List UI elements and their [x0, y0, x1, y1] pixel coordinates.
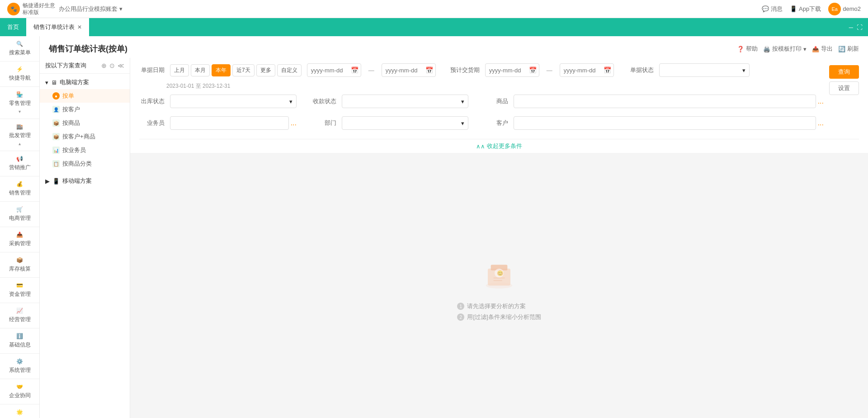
sidebar-item-finance[interactable]: 💳 资金管理: [0, 278, 39, 303]
corp-icon: 🤝: [16, 384, 23, 390]
refresh-btn[interactable]: 🔄 刷新: [838, 45, 859, 53]
desktop-scheme-group: ▾ 🖥 电脑端方案 ● 按单 👤 按客户 📦 按商品: [40, 74, 130, 172]
sidebar-item-sales[interactable]: 💰 销售管理: [0, 176, 39, 202]
product-more-btn[interactable]: ...: [818, 97, 824, 105]
department-label: 部门: [311, 119, 336, 127]
sidebar-item-system[interactable]: ⚙️ 系统管理: [0, 354, 39, 379]
customer-more-btn[interactable]: ...: [818, 119, 824, 127]
export-icon: 📤: [812, 46, 819, 52]
marketing-icon: 📢: [16, 156, 23, 162]
customer-label: 客户: [483, 119, 508, 127]
desktop-group-header[interactable]: ▾ 🖥 电脑端方案: [40, 76, 130, 89]
print-btn[interactable]: 🖨️ 按模板打印 ▾: [763, 45, 807, 53]
minimize-icon[interactable]: ─: [849, 24, 853, 31]
mobile-scheme-group: ▶ 📱 移动端方案: [40, 172, 130, 190]
sidebar-item-basic[interactable]: ℹ️ 基础信息: [0, 328, 39, 354]
scheme-customer-icon: 👤: [52, 106, 60, 113]
left-panel-header: 按以下方案查询 ⊕ ⊙ ≪: [40, 58, 130, 74]
btn-last-7[interactable]: 近7天: [232, 64, 255, 76]
settings-button[interactable]: 设置: [829, 81, 859, 95]
customer-input-wrap: ...: [514, 116, 824, 130]
department-select[interactable]: ▾: [342, 116, 468, 130]
sidebar-item-purchase[interactable]: 📥 采购管理: [0, 227, 39, 252]
logo-icon: 🐾: [7, 3, 20, 15]
collapse-panel-icon[interactable]: ≪: [118, 62, 124, 69]
tab-home[interactable]: 首页: [0, 18, 26, 36]
top-header: 🐾 畅捷通好生意 标准版 办公用品行业模拟账套 ▾ 💬 消息 📱 App下载 E…: [0, 0, 868, 18]
btn-this-month[interactable]: 本月: [191, 64, 210, 76]
message-btn[interactable]: 💬 消息: [762, 5, 783, 13]
sidebar-item-newbie[interactable]: 🌟 新手引导: [0, 404, 39, 418]
salesperson-more-btn[interactable]: ...: [291, 119, 297, 127]
user-area[interactable]: Ea demo2: [828, 3, 861, 15]
expected-end-input[interactable]: [560, 63, 614, 77]
retail-icon: 🏪: [16, 91, 23, 98]
date-end-input[interactable]: [382, 63, 436, 77]
sidebar-item-ecommerce[interactable]: 🛒 电商管理: [0, 202, 39, 227]
filter-row-1: 单据日期 上月 本月 本年 近7天 更多 自定义: [139, 63, 824, 77]
svg-text:😊: 😊: [497, 270, 504, 276]
split-layout: 按以下方案查询 ⊕ ⊙ ≪ ▾ 🖥 电脑端方案 ● 按单: [40, 58, 868, 418]
scheme-by-salesperson[interactable]: 📊 按业务员: [40, 143, 130, 157]
doc-status-label: 单据状态: [628, 66, 654, 74]
app-download-btn[interactable]: 📱 App下载: [790, 5, 821, 13]
sidebar-item-operations[interactable]: 📈 经营管理: [0, 303, 39, 328]
product-input[interactable]: [514, 95, 816, 108]
expected-start-input[interactable]: [485, 63, 539, 77]
product-input-wrap: ...: [514, 95, 824, 108]
query-button[interactable]: 查询: [829, 65, 859, 79]
avatar: Ea: [828, 3, 841, 15]
tab-close-icon[interactable]: ✕: [77, 24, 82, 30]
sidebar: 🔍 搜索菜单 ⚡ 快捷导航 🏪 零售管理 ▾ 🏬 批发管理 ▴ 📢 营销推广 💰…: [0, 36, 40, 418]
main-layout: 🔍 搜索菜单 ⚡ 快捷导航 🏪 零售管理 ▾ 🏬 批发管理 ▴ 📢 营销推广 💰…: [0, 36, 868, 418]
tab-bar-right: ─ ⛶: [849, 24, 868, 31]
scheme-by-category[interactable]: 📋 按商品分类: [40, 157, 130, 171]
mobile-group-header[interactable]: ▶ 📱 移动端方案: [40, 174, 130, 188]
collapse-filter-btn[interactable]: ∧∧ 收起更多条件: [139, 139, 859, 153]
scheme-by-customer-product[interactable]: 📦 按客户+商品: [40, 130, 130, 143]
sidebar-item-corp[interactable]: 🤝 企业协同: [0, 379, 39, 404]
date-start-input[interactable]: [307, 63, 361, 77]
logo-text: 畅捷通好生意 标准版: [23, 2, 55, 15]
tab-sales-order-stat[interactable]: 销售订单统计表 ✕: [26, 18, 89, 36]
tab-bar: 首页 销售订单统计表 ✕ ─ ⛶: [0, 18, 868, 36]
empty-tip-1: 1 请先选择要分析的方案: [457, 302, 541, 310]
nav-dropdown[interactable]: 办公用品行业模拟账套 ▾: [59, 5, 123, 13]
empty-illustration: 😊: [476, 250, 522, 295]
payment-status-label: 收款状态: [311, 97, 336, 105]
add-scheme-icon[interactable]: ⊕: [101, 62, 107, 69]
sidebar-item-wholesale[interactable]: 🏬 批发管理 ▴: [0, 119, 39, 151]
scheme-by-product[interactable]: 📦 按商品: [40, 116, 130, 130]
inventory-icon: 📦: [16, 257, 23, 263]
mobile-icon: 📱: [52, 178, 60, 185]
tip-num-2: 2: [457, 314, 464, 321]
btn-this-year[interactable]: 本年: [212, 64, 231, 76]
delivery-status-select[interactable]: ▾: [170, 95, 297, 108]
payment-status-select[interactable]: ▾: [342, 95, 468, 108]
empty-tip-2: 2 用[过滤]条件来缩小分析范围: [457, 313, 541, 321]
btn-custom[interactable]: 自定义: [277, 64, 302, 76]
sidebar-item-quick-nav[interactable]: ⚡ 快捷导航: [0, 62, 39, 87]
salesperson-input-wrap: ...: [170, 116, 297, 130]
doc-status-select[interactable]: ▾: [659, 63, 750, 77]
settings-scheme-icon[interactable]: ⊙: [109, 62, 115, 69]
sidebar-item-marketing[interactable]: 📢 营销推广: [0, 151, 39, 176]
sidebar-item-inventory[interactable]: 📦 库存核算: [0, 252, 39, 278]
delivery-status-label: 出库状态: [139, 97, 165, 105]
help-btn[interactable]: ❓ 帮助: [737, 45, 758, 53]
btn-last-month[interactable]: 上月: [170, 64, 189, 76]
expand-icon[interactable]: ⛶: [857, 24, 863, 31]
sidebar-item-search[interactable]: 🔍 搜索菜单: [0, 36, 39, 62]
scheme-by-order[interactable]: ● 按单: [40, 89, 130, 103]
tip-num-1: 1: [457, 303, 464, 310]
product-label: 商品: [483, 97, 508, 105]
salesperson-input[interactable]: [170, 116, 289, 130]
export-btn[interactable]: 📤 导出: [812, 45, 833, 53]
chevron-down-icon: ▾: [742, 67, 745, 74]
btn-more[interactable]: 更多: [256, 64, 275, 76]
wholesale-icon: 🏬: [16, 124, 23, 130]
scheme-sales-icon: 📊: [52, 147, 60, 154]
customer-input[interactable]: [514, 116, 816, 130]
scheme-by-customer[interactable]: 👤 按客户: [40, 103, 130, 116]
sidebar-item-retail[interactable]: 🏪 零售管理 ▾: [0, 87, 39, 119]
